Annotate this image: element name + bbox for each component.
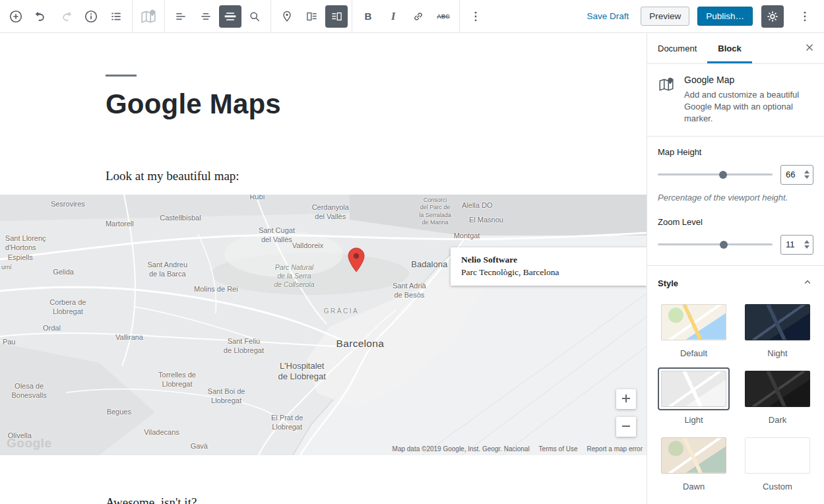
style-thumbnail-custom [745,437,810,474]
map-height-label: Map Height [658,147,813,157]
stepper-arrows[interactable] [802,168,811,182]
map-label: Valldoreix [292,241,324,251]
style-option-night[interactable]: Night [742,301,813,358]
gear-icon [766,10,779,23]
report-map-error-link[interactable]: Report a map error [587,445,643,453]
zoom-level-slider[interactable] [658,243,773,245]
google-map-block[interactable]: Sesrovires Martorell Castellbisbal Rubí … [0,195,647,455]
block-card-description: Add and customize a beautiful Google Map… [684,89,813,125]
toolbar-right: Save Draft Preview Publish… [576,0,824,32]
toggle-marker-button[interactable] [275,5,299,28]
style-panel-header[interactable]: Style [658,276,813,290]
outline-list-icon [110,10,123,23]
link-icon [412,10,425,23]
style-grid: Default Night Light Dark Dawn Custom [658,301,813,491]
step-down-icon[interactable] [804,175,809,179]
style-option-light[interactable]: Light [658,367,730,425]
add-block-button[interactable] [4,5,28,28]
publish-button[interactable]: Publish… [697,7,753,26]
block-more-options-button[interactable] [464,5,488,28]
style-panel-title: Style [658,278,678,288]
style-option-label: Custom [742,482,813,491]
step-up-icon[interactable] [804,240,809,243]
kebab-icon [469,10,482,23]
redo-icon [59,10,73,23]
italic-button[interactable]: I [381,5,405,28]
paragraph-outro[interactable]: Awesome, isn't it? [106,495,197,504]
toolbar-group-align [165,0,271,32]
full-width-button[interactable] [219,5,241,28]
align-center-icon [199,10,212,23]
style-option-custom[interactable]: Custom [742,434,813,491]
link-button[interactable] [406,5,430,28]
close-sidebar-button[interactable] [795,33,824,63]
style-option-dark[interactable]: Dark [742,367,813,425]
block-type-button[interactable] [137,5,160,28]
block-navigation-button[interactable] [104,5,128,28]
style-option-label: Default [658,348,730,358]
step-up-icon[interactable] [804,170,809,173]
terms-of-use-link[interactable]: Terms of Use [539,445,578,453]
map-label: Gavà [191,442,208,451]
align-center-button[interactable] [194,5,218,28]
map-pin-icon [280,10,294,23]
map-height-input[interactable] [781,166,800,184]
map-marker-pin[interactable] [347,247,365,274]
map-infowindow: Nelio Software Parc Tecnològic, Barcelon… [451,247,647,286]
infowindow-subtitle: Parc Tecnològic, Barcelona [461,267,636,278]
map-height-slider[interactable] [658,173,773,175]
zoom-level-control: Zoom Level [658,217,813,255]
zoom-level-label: Zoom Level [658,217,813,227]
settings-toggle-button[interactable] [761,5,784,28]
post-title[interactable]: Google Maps [106,88,281,120]
attribution-text: Map data ©2019 Google, Inst. Geogr. Naci… [393,445,530,453]
tools-more-options-button[interactable] [793,5,817,28]
map-label: Badalona [411,259,447,270]
toolbar-group-main [0,0,133,32]
map-label: Torrelles de Llobregat [158,371,196,389]
chevron-up-icon [802,276,813,290]
style-thumbnail-night [745,304,810,340]
editor-toolbar: B I ABC Save Draft Preview Publish… [0,0,824,33]
map-label: Consorci del Parc de la Serralada de Mar… [419,197,451,226]
map-label: El Masnou [469,216,503,225]
infowindow-left-button[interactable] [300,5,324,28]
search-address-button[interactable] [243,5,267,28]
block-card-title: Google Map [684,75,813,85]
style-option-dawn[interactable]: Dawn [658,434,730,491]
tab-document[interactable]: Document [647,33,707,63]
undo-button[interactable] [29,5,53,28]
map-label: Sant Llorenç d'Hortons [5,234,46,253]
style-thumbnail-dark [745,371,810,407]
block-card-text: Google Map Add and customize a beautiful… [684,75,813,125]
style-panel: Style Default Night Light Dark Dawn [647,265,824,502]
paragraph-intro[interactable]: Look at my beautiful map: [106,169,239,183]
preview-button[interactable]: Preview [641,7,689,26]
step-down-icon[interactable] [804,245,809,249]
undo-icon [34,10,48,23]
infowindow-right-button[interactable] [325,5,348,28]
content-structure-button[interactable] [79,5,103,28]
strikethrough-button[interactable]: ABC [431,5,455,28]
redo-button[interactable] [54,5,78,28]
style-option-default[interactable]: Default [658,301,730,358]
map-label: L'Hospitalet de Llobregat [278,361,326,383]
plus-circle-icon [9,9,23,24]
align-left-button[interactable] [169,5,193,28]
tab-block[interactable]: Block [707,33,751,63]
plus-icon [621,394,631,405]
sidebar-tabs: Document Block [647,33,824,64]
zoom-level-input[interactable] [781,236,800,254]
map-height-control: Map Height Percentage of the viewport he… [658,147,813,203]
save-draft-button[interactable]: Save Draft [583,11,633,22]
zoom-out-button[interactable] [616,417,636,437]
zoom-in-button[interactable] [616,389,636,409]
bold-button[interactable]: B [356,5,380,28]
stepper-arrows[interactable] [802,237,811,252]
map-label: El Prat de Llobregat [271,414,303,432]
style-option-label: Night [742,348,813,358]
map-label: Barcelona [336,337,385,350]
style-thumbnail-light [661,371,726,407]
map-label: Begues [107,408,131,417]
map-label: Viladecans [144,428,179,437]
